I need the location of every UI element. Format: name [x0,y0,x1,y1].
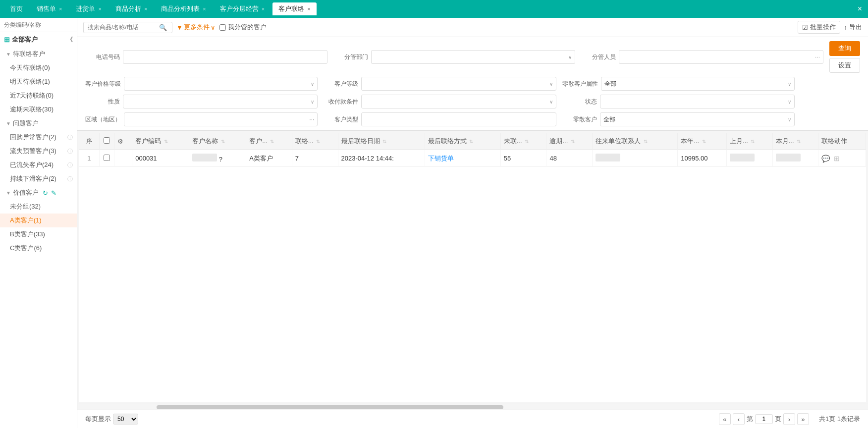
col-header-last-contact-date[interactable]: 最后联络日期 ⇅ [338,133,425,150]
col-header-contact-count[interactable]: 联络... ⇅ [292,133,338,150]
col-header-unit-contact[interactable]: 往来单位联系人 ⇅ [593,133,678,150]
sidebar-item-class-c[interactable]: C类客户(6) [0,241,77,255]
col-header-cust-code[interactable]: 客户编码 ⇅ [132,133,189,150]
sidebar-item-7day-pending[interactable]: 近7天待联络(0) [0,89,77,103]
last-page-button[interactable]: » [797,413,809,425]
search-box[interactable]: 🔍 [83,22,172,33]
batch-icon: ☑ [802,24,808,31]
sidebar-group-pending[interactable]: ▼ 待联络客户 [0,47,77,61]
col-header-overdue[interactable]: 逾期... ⇅ [546,133,593,150]
sidebar-item-declining[interactable]: 持续下滑客户(2) ⓘ [0,172,77,186]
nav-tab-customer-contact[interactable]: 客户联络 × [272,2,316,15]
cust-level-select[interactable]: ∨ [361,77,556,91]
arrow-icon: ▼ [6,121,11,126]
retail-cust-select[interactable]: 全部 ∨ [600,112,795,126]
sidebar-search-input[interactable] [4,21,77,28]
prev-page-button[interactable]: ‹ [733,413,745,425]
sidebar-item-churn-warning[interactable]: 流失预警客户(3) ⓘ [0,144,77,158]
status-select[interactable]: ∨ [600,95,795,108]
col-header-check[interactable] [99,133,114,150]
sort-icon: ⇅ [571,139,575,144]
next-page-button[interactable]: › [783,413,795,425]
manager-select[interactable]: ··· [619,50,823,64]
pay-terms-select[interactable]: ∨ [361,95,556,108]
price-level-select[interactable]: ∨ [124,77,318,91]
close-icon[interactable]: × [203,6,206,12]
cell-last-contact-method[interactable]: 下销货单 [425,150,500,167]
col-header-cust-name[interactable]: 客户名称 ⇅ [189,133,246,150]
refresh-icon[interactable]: ↻ [43,189,48,197]
col-header-this-year[interactable]: 本年... ⇅ [678,133,727,150]
phone-input[interactable] [123,50,327,64]
close-icon[interactable]: × [144,6,147,12]
nav-tab-sales[interactable]: 销售单 × [31,2,68,15]
sort-icon: ⇅ [382,139,386,144]
table-row: 1 000031 ? A类客户 7 2023-04-12 14:44: [79,150,866,167]
my-customers-checkbox[interactable]: 我分管的客户 [219,23,267,32]
filter-cust-type: 客户类型 [324,112,556,126]
page-number-input[interactable] [755,414,773,424]
settings-icon[interactable]: ⚙ [117,138,123,145]
nav-tab-product-analysis[interactable]: 商品分析 × [109,2,153,15]
sidebar-item-today-pending[interactable]: 今天待联络(0) [0,61,77,75]
search-input[interactable] [88,24,157,31]
col-header-seq: 序 [79,133,99,150]
close-icon[interactable]: × [307,6,310,12]
chat-icon[interactable]: 💬 [821,155,830,162]
sidebar-item-ungrouped[interactable]: 未分组(32) [0,200,77,214]
filter-pay-terms: 收付款条件 ∨ [324,95,556,108]
batch-operation-button[interactable]: ☑ 批量操作 [798,21,840,34]
cell-last-contact-date: 2023-04-12 14:44: [338,150,425,167]
phone-field-input[interactable] [126,54,324,60]
sidebar-item-class-a[interactable]: A类客户(1) [0,214,77,227]
page-size-select-input[interactable]: 50 100 200 [113,414,138,425]
region-input[interactable]: ··· [124,112,318,126]
my-customers-check[interactable] [219,24,226,31]
edit-icon[interactable]: ✎ [51,189,56,197]
horizontal-scrollbar[interactable] [77,404,868,410]
sidebar-item-class-b[interactable]: B类客户(33) [0,227,77,241]
row-checkbox[interactable] [104,155,110,161]
window-close-button[interactable]: × [856,2,864,15]
sidebar-group-value[interactable]: ▼ 价值客户 ↻ ✎ [0,186,77,200]
nav-tab-customer-tier[interactable]: 客户分层经营 × [214,2,271,15]
export-button[interactable]: ↑ 导出 [844,23,863,32]
sidebar-item-churned[interactable]: 已流失客户(24) ⓘ [0,158,77,172]
nav-tab-home[interactable]: 首页 [4,2,29,15]
scrollbar-thumb[interactable] [157,405,503,409]
cell-cust-type: A类客户 [246,150,292,167]
chevron-down-icon: ∨ [568,54,572,60]
sidebar-item-repurchase-abnormal[interactable]: 回购异常客户(2) ⓘ [0,130,77,144]
retail-attr-select[interactable]: 全部 ∨ [601,77,795,91]
query-button[interactable]: 查询 [829,41,860,56]
sidebar-group-problem[interactable]: ▼ 问题客户 [0,116,77,130]
cust-type-input[interactable] [361,112,556,126]
filter-dept: 分管部门 ∨ [333,50,576,64]
col-header-last-contact-method[interactable]: 最后联络方式 ⇅ [425,133,500,150]
close-icon[interactable]: × [59,6,62,12]
contact-method-link[interactable]: 下销货单 [428,155,454,162]
dept-select[interactable]: ∨ [371,50,576,64]
cell-action: 💬 ⊞ [818,150,866,167]
sidebar-all-customers[interactable]: ⊞ 全部客户 《 [0,32,77,47]
chevron-down-icon: ∨ [788,81,791,87]
col-header-cust-type[interactable]: 客户... ⇅ [246,133,292,150]
close-icon[interactable]: × [98,6,101,12]
nav-tab-purchase[interactable]: 进货单 × [70,2,107,15]
select-all-checkbox[interactable] [104,137,110,144]
masked-contact [596,154,620,161]
col-header-last-month[interactable]: 上月... ⇅ [727,133,773,150]
nature-select[interactable]: ∨ [123,95,318,108]
qr-icon[interactable]: ⊞ [834,155,840,162]
more-filters-button[interactable]: ▼ 更多条件 ∨ [176,23,216,32]
sidebar-item-overdue-pending[interactable]: 逾期未联络(30) [0,103,77,116]
col-header-settings[interactable]: ⚙ [114,133,132,150]
close-icon[interactable]: × [262,6,265,12]
col-header-uncontacted[interactable]: 未联... ⇅ [500,133,546,150]
col-header-this-month[interactable]: 本月... ⇅ [772,133,818,150]
setting-button[interactable]: 设置 [829,58,860,73]
first-page-button[interactable]: « [719,413,731,425]
nav-tab-product-analysis-list[interactable]: 商品分析列表 × [155,2,212,15]
sidebar-item-tomorrow-pending[interactable]: 明天待联络(1) [0,75,77,89]
cell-check[interactable] [99,150,114,167]
